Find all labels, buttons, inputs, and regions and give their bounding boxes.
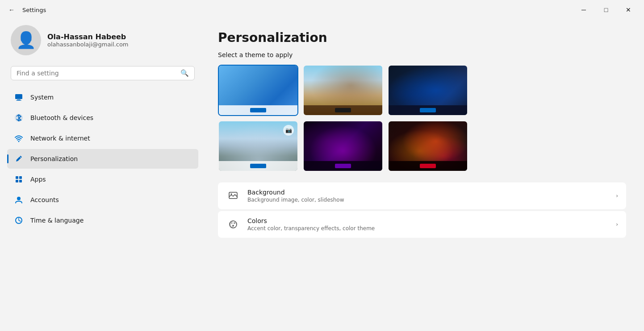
sidebar-item-personalization-label: Personalization xyxy=(30,155,78,162)
page-title: Personalization xyxy=(218,30,626,45)
titlebar-title: Settings xyxy=(22,7,46,13)
theme-5-taskbar-btn xyxy=(335,164,351,168)
theme-5-taskbar xyxy=(304,161,382,171)
theme-3-taskbar xyxy=(389,105,467,115)
sidebar-item-bluetooth-label: Bluetooth & devices xyxy=(30,114,93,121)
sidebar-item-time-label: Time & language xyxy=(30,217,84,224)
theme-4-taskbar xyxy=(219,161,297,171)
colors-desc: Accent color, transparency effects, colo… xyxy=(247,225,609,232)
theme-card-6[interactable] xyxy=(388,120,468,172)
back-button[interactable]: ← xyxy=(5,4,18,16)
svg-rect-8 xyxy=(19,180,22,182)
sidebar-item-personalization[interactable]: Personalization xyxy=(7,149,198,169)
sidebar-item-apps-label: Apps xyxy=(30,176,46,183)
sidebar-item-apps[interactable]: Apps xyxy=(7,170,198,189)
svg-rect-2 xyxy=(16,100,21,101)
main-content: Personalization Select a theme to apply xyxy=(205,18,644,331)
avatar: 👤 xyxy=(11,25,41,55)
search-icon[interactable]: 🔍 xyxy=(180,69,189,77)
theme-1-taskbar-btn xyxy=(250,108,266,112)
titlebar-left: ← Settings xyxy=(5,4,46,16)
user-name: Ola-Hassan Habeeb xyxy=(47,33,129,41)
maximize-button[interactable]: □ xyxy=(596,4,616,16)
sidebar-item-accounts[interactable]: Accounts xyxy=(7,190,198,210)
background-title: Background xyxy=(247,189,609,196)
colors-text: Colors Accent color, transparency effect… xyxy=(247,217,609,232)
theme-card-5[interactable] xyxy=(303,120,383,172)
theme-2-taskbar xyxy=(304,105,382,115)
svg-point-12 xyxy=(231,194,232,195)
svg-rect-7 xyxy=(16,180,18,182)
svg-rect-6 xyxy=(19,176,22,179)
svg-point-15 xyxy=(234,222,235,224)
theme-6-preview xyxy=(389,121,467,171)
theme-4-taskbar-btn xyxy=(250,164,266,168)
sidebar-item-time[interactable]: Time & language xyxy=(7,211,198,230)
apps-icon xyxy=(13,174,24,185)
theme-card-2[interactable] xyxy=(303,65,383,116)
theme-6-taskbar xyxy=(389,161,467,171)
theme-grid: 📷 xyxy=(218,65,626,172)
colors-icon xyxy=(226,217,240,232)
time-icon xyxy=(13,215,24,226)
app-body: 👤 Ola-Hassan Habeeb olahassanbolaji@gmai… xyxy=(0,18,644,331)
background-desc: Background image, color, slideshow xyxy=(247,197,609,203)
svg-point-9 xyxy=(17,197,21,200)
theme-3-taskbar-btn xyxy=(420,108,436,112)
network-icon xyxy=(13,133,24,144)
svg-point-16 xyxy=(232,225,234,227)
settings-item-background[interactable]: Background Background image, color, slid… xyxy=(218,182,626,209)
user-profile: 👤 Ola-Hassan Habeeb olahassanbolaji@gmai… xyxy=(5,18,200,64)
titlebar: ← Settings ─ □ ✕ xyxy=(0,0,644,18)
accounts-icon xyxy=(13,194,24,205)
sidebar: 👤 Ola-Hassan Habeeb olahassanbolaji@gmai… xyxy=(0,18,205,331)
search-box: 🔍 xyxy=(11,66,195,80)
sidebar-item-system-label: System xyxy=(30,94,54,101)
colors-title: Colors xyxy=(247,217,609,224)
settings-item-colors[interactable]: Colors Accent color, transparency effect… xyxy=(218,211,626,238)
theme-card-4[interactable]: 📷 xyxy=(218,120,298,172)
minimize-button[interactable]: ─ xyxy=(573,4,594,16)
user-email: olahassanbolaji@gmail.com xyxy=(47,41,129,48)
sidebar-item-network-label: Network & internet xyxy=(30,135,90,142)
user-icon: 👤 xyxy=(16,31,36,50)
theme-card-3[interactable] xyxy=(388,65,468,116)
theme-card-1[interactable] xyxy=(218,65,298,116)
close-button[interactable]: ✕ xyxy=(618,4,639,16)
svg-rect-0 xyxy=(15,94,22,99)
search-container: 🔍 xyxy=(5,64,200,87)
theme-2-taskbar-btn xyxy=(335,108,351,112)
personalization-icon xyxy=(13,153,24,164)
svg-rect-5 xyxy=(16,176,18,179)
titlebar-controls: ─ □ ✕ xyxy=(573,4,639,16)
theme-1-preview xyxy=(219,66,297,115)
theme-subtitle: Select a theme to apply xyxy=(218,51,626,58)
camera-icon: 📷 xyxy=(283,125,294,136)
background-text: Background Background image, color, slid… xyxy=(247,189,609,203)
background-icon xyxy=(226,189,240,203)
theme-6-taskbar-btn xyxy=(420,164,436,168)
user-info: Ola-Hassan Habeeb olahassanbolaji@gmail.… xyxy=(47,33,129,48)
search-input[interactable] xyxy=(17,70,177,77)
nav-items: System Bluetooth & devices xyxy=(5,87,200,230)
system-icon xyxy=(13,92,24,103)
sidebar-item-system[interactable]: System xyxy=(7,87,198,107)
background-chevron: › xyxy=(616,193,618,199)
theme-4-preview: 📷 xyxy=(219,121,297,171)
theme-2-preview xyxy=(304,66,382,115)
theme-3-preview xyxy=(389,66,467,115)
svg-point-4 xyxy=(18,141,20,142)
sidebar-item-network[interactable]: Network & internet xyxy=(7,128,198,148)
colors-chevron: › xyxy=(616,221,618,228)
theme-1-taskbar xyxy=(219,105,297,115)
settings-list: Background Background image, color, slid… xyxy=(218,182,626,238)
bluetooth-icon xyxy=(13,112,24,123)
sidebar-item-bluetooth[interactable]: Bluetooth & devices xyxy=(7,108,198,128)
sidebar-item-accounts-label: Accounts xyxy=(30,196,59,203)
theme-5-preview xyxy=(304,121,382,171)
